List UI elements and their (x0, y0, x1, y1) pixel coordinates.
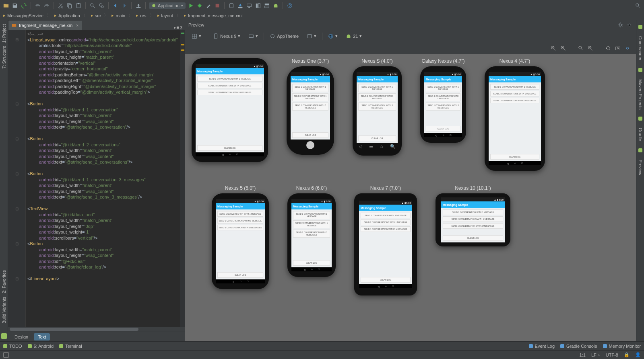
tool-tab-icon[interactable] (638, 24, 643, 30)
tool-tab[interactable]: Gradle (638, 126, 643, 143)
tool-tab[interactable]: 2: Favorites (2, 269, 6, 295)
tool-tab-icon[interactable] (638, 148, 643, 153)
run-config-selector[interactable]: Application▾ (149, 2, 186, 9)
bottom-tool[interactable]: Event Log (529, 344, 555, 349)
breadcrumb-item[interactable]: ▸ main (111, 13, 125, 18)
tool-tab[interactable]: Maven Projects (638, 78, 643, 111)
tool-tab[interactable]: 7: Structure (2, 44, 6, 70)
settings2-icon[interactable] (624, 45, 631, 52)
bottom-tool[interactable]: Memory Monitor (603, 344, 641, 349)
breadcrumb-item[interactable]: ▸ res (136, 13, 146, 18)
bottom-tool[interactable]: 6: Android (28, 344, 54, 349)
api-selector[interactable]: 21▾ (343, 33, 364, 40)
hector-icon[interactable]: 👤 (635, 352, 641, 357)
forward-icon[interactable] (121, 2, 128, 9)
cut-icon[interactable] (57, 2, 64, 9)
bottom-tool[interactable]: Terminal (59, 344, 82, 349)
orientation-selector[interactable]: ▾ (246, 33, 260, 40)
breadcrumb-item[interactable]: ▸ Application (54, 13, 80, 18)
redo-icon[interactable] (43, 2, 50, 9)
design-tab[interactable]: Design (10, 333, 32, 341)
gear-icon[interactable] (617, 22, 624, 28)
zoom-actual-icon[interactable] (587, 45, 594, 52)
avd-icon[interactable] (228, 2, 235, 9)
bottom-tool[interactable]: TODO (3, 344, 22, 349)
ddms-icon[interactable] (246, 2, 253, 9)
svg-rect-10 (154, 4, 155, 4)
zoom-out-icon[interactable] (550, 45, 557, 52)
device-preview[interactable]: Nexus 4 (4.7")▲ ▮ 5:00Messaging SampleSE… (485, 58, 545, 171)
activity-selector[interactable]: ▾ (304, 33, 319, 40)
editor-panel: fragment_message_me.xml × ▸■ 3 ⊟⊟⊟⊟⊟⊟⊟ <… (8, 20, 185, 341)
error-stripe[interactable] (180, 30, 185, 327)
sync-icon[interactable] (20, 2, 27, 9)
preview1-icon[interactable] (254, 2, 262, 9)
screenshot-icon[interactable] (614, 45, 621, 52)
editor-mini-icons[interactable]: ▸■ 3 (171, 25, 185, 30)
tool-tab[interactable]: Preview (638, 158, 643, 177)
code-editor[interactable]: <!--...--> <LinearLayout xmlns:android="… (26, 30, 180, 327)
breadcrumb-item[interactable]: ▸ src (91, 13, 101, 18)
preview-canvas[interactable]: ▲ ▮ 5:00Messaging SampleSEND 1 CONVERSAT… (185, 54, 636, 341)
refresh-icon[interactable] (605, 45, 612, 52)
tool-tab[interactable]: Commander (638, 35, 643, 62)
preview-title: Preview (188, 23, 204, 27)
sdk-icon[interactable] (237, 2, 244, 9)
android-facet-icon[interactable] (1, 333, 7, 339)
tool-tab-icon[interactable] (638, 116, 643, 121)
text-tab[interactable]: Text (34, 333, 50, 341)
device-preview[interactable]: Nexus 7 (7.0")▲ ▮ 5:00Messaging SampleSE… (354, 185, 417, 295)
tool-tab[interactable]: Build Variants (2, 295, 6, 325)
palette-icon[interactable]: ▾ (189, 33, 204, 40)
gutter[interactable]: ⊟⊟⊟⊟⊟⊟⊟ (8, 30, 26, 327)
device-preview[interactable]: ▲ ▮ 5:00Messaging SampleSEND 1 CONVERSAT… (192, 58, 268, 162)
breadcrumb-item[interactable]: ▸ MessagingService (3, 13, 43, 18)
search-everywhere-icon[interactable] (634, 2, 642, 9)
locale-selector[interactable]: ▾ (326, 33, 340, 40)
back-icon[interactable] (112, 2, 119, 9)
lock-icon[interactable]: 🔒 (624, 352, 630, 357)
paste-icon[interactable] (75, 2, 82, 9)
device-preview[interactable]: Nexus S (4.0")▲ ▮ 5:00Messaging SampleSE… (353, 58, 402, 156)
device-preview[interactable]: Galaxy Nexus (4.7")▲ ▮ 5:00Messaging Sam… (420, 58, 466, 143)
android-icon[interactable] (272, 2, 279, 9)
find-icon[interactable] (89, 2, 96, 9)
hide-icon[interactable] (626, 22, 633, 28)
device-selector[interactable]: Nexus 9▾ (211, 33, 243, 40)
theme-selector[interactable]: AppTheme (267, 33, 301, 40)
run-icon[interactable] (187, 2, 194, 9)
editor-hscroll[interactable] (8, 327, 185, 332)
memory-indicator-icon[interactable] (3, 352, 9, 358)
device-preview[interactable]: Nexus One (3.7")▲ ▮ 5:00Messaging Sample… (287, 58, 334, 155)
zoom-in-icon[interactable] (559, 45, 567, 52)
debug-icon[interactable] (196, 2, 203, 9)
svg-rect-9 (153, 4, 154, 4)
zoom-fit-icon[interactable] (577, 45, 584, 52)
breadcrumb-item[interactable]: ▸ layout (157, 13, 173, 18)
editor-tab[interactable]: fragment_message_me.xml × (8, 20, 82, 30)
device-label: Nexus 4 (4.7") (500, 58, 530, 64)
device-preview[interactable]: Nexus 6 (6.0")▲ ▮ 5:00Messaging SampleSE… (287, 185, 336, 277)
undo-icon[interactable] (34, 2, 41, 9)
close-tab-icon[interactable]: × (76, 23, 78, 28)
save-icon[interactable] (11, 2, 19, 9)
breadcrumb-item[interactable]: ▸ fragment_message_me.xml (184, 13, 243, 18)
svg-rect-16 (256, 3, 258, 8)
replace-icon[interactable] (98, 2, 105, 9)
svg-rect-29 (308, 34, 312, 38)
preview2-icon[interactable] (263, 2, 270, 9)
make-icon[interactable] (135, 2, 142, 9)
tool-tab[interactable]: 1: Project (2, 23, 6, 44)
copy-icon[interactable] (66, 2, 73, 9)
attach-icon[interactable] (205, 2, 212, 9)
open-icon[interactable] (2, 2, 10, 9)
device-preview[interactable]: Nexus 5 (5.0")▲ ▮ 5:00Messaging SampleSE… (212, 185, 269, 289)
line-ending[interactable]: LF ÷ (591, 353, 600, 357)
device-preview[interactable]: Nexus 10 (10.1")▲ ▮ 5:00Messaging Sample… (436, 185, 510, 246)
bottom-tool[interactable]: Gradle Console (560, 344, 597, 349)
help-icon[interactable]: ? (286, 2, 293, 9)
stop-icon[interactable] (214, 2, 221, 9)
tool-tab-icon[interactable] (638, 67, 643, 73)
encoding[interactable]: UTF-8 (606, 353, 618, 357)
svg-rect-3 (68, 4, 71, 8)
